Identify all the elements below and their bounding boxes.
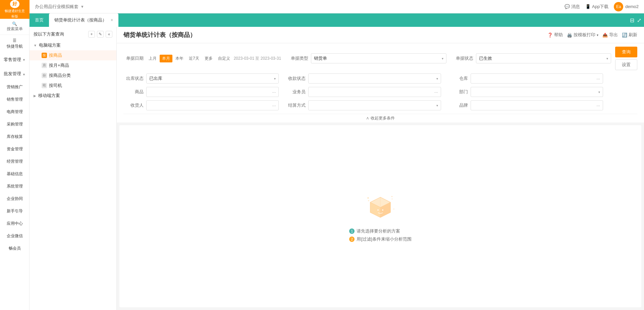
date-btn-custom[interactable]: 自定义 [216,55,232,62]
settings-btn[interactable]: 设置 [615,59,637,70]
sidebar-item-system[interactable]: 系统管理 [0,180,29,193]
tab-home[interactable]: 首页 [30,13,49,27]
sidebar-item-finance[interactable]: 资金管理 [0,143,29,155]
sidebar-item-purchase[interactable]: 采购管理 [0,118,29,131]
quicknav-label: 快捷导航 [7,44,23,49]
svg-point-7 [368,200,369,201]
warehouse-label: 仓库 [448,75,468,82]
retail-arrow: ▼ [22,58,26,62]
receiver-control[interactable]: ··· [146,100,279,110]
user-info[interactable]: Ea demo2 [614,2,639,11]
sidebar-item-newguide[interactable]: 新手引导 [0,205,29,217]
tab-expand-icon[interactable]: ⤢ [637,17,641,23]
left-panel: 按以下方案查询 + ✎ « ▼ 电脑端方案 [30,27,117,310]
tab-sales-stats[interactable]: 销货单统计计表（按商品） × [49,13,118,27]
type-control[interactable]: 销货单 ▾ [311,53,446,63]
sidebar-item-ops[interactable]: 经营管理 [0,155,29,168]
tree-item-driver[interactable]: 司 按司机 [30,81,116,91]
print-btn[interactable]: 🖨️ 按模板打印 ▾ [567,32,598,38]
collapse-icon: « [108,32,110,37]
tab-minimize-icon[interactable]: ⊟ [630,17,634,23]
msg-btn[interactable]: 💬 消息 [565,4,580,10]
payment-control[interactable]: ▾ [308,73,441,84]
receiver-dots: ··· [272,103,276,108]
date-btn-lastmonth[interactable]: 上月 [146,55,159,62]
dept-label: 部门 [448,89,468,95]
staff-control[interactable]: ··· [308,87,441,97]
filter-row-1: 单据日期 上月 本月 本年 近7天 更多 自定义 2023-03-01 至 20… [123,47,637,70]
sidebar-item-corpwx[interactable]: 企业微信 [0,230,29,242]
empty-box-svg: ✦ ✦ [364,191,397,224]
ops-label: 经营管理 [7,159,23,164]
msg-label: 消息 [571,4,580,10]
sidebar-item-retail[interactable]: 零售管理 ▼ [0,53,29,67]
brand-control[interactable]: ··· [471,100,603,110]
print-label: 按模板打印 [574,32,595,38]
tree-section-desktop[interactable]: ▼ 电脑端方案 [30,40,116,50]
sidebar: 好 畅捷通好生意 标版 🔍 搜索菜单 ☰ 快捷导航 零售管理 ▼ 批发管理 ▲ … [0,0,30,310]
dept-control[interactable]: ▾ [471,87,603,97]
tree-icon-by-goods: 按 [42,53,47,58]
out-status-control[interactable]: 已出库 ▾ [146,73,279,84]
header-right: 💬 消息 📱 App下载 Ea demo2 [565,2,639,11]
query-buttons: 查询 设置 [615,47,637,70]
sidebar-item-sales[interactable]: 销售管理 [0,93,29,106]
wholesale-label: 批发管理 [4,71,21,77]
search-menu[interactable]: 🔍 搜索菜单 [0,19,29,35]
sidebar-item-ecommerce[interactable]: 电商管理 [0,106,29,118]
refresh-btn[interactable]: 🔄 刷新 [622,32,637,38]
sidebar-item-marketing[interactable]: 营销推广 [0,81,29,93]
sidebar-item-inventory[interactable]: 库存核算 [0,131,29,143]
date-btn-more[interactable]: 更多 [202,55,215,62]
help-btn[interactable]: ❓ 帮助 [547,32,563,38]
edit-scheme-btn[interactable]: ✎ [97,31,104,38]
empty-state: ✦ ✦ 1 请先选择要分析的方案 2 用[过滤]条件来缩小分析范围 [349,191,411,242]
settlement-control[interactable]: ▾ [308,100,441,110]
tree-label-driver: 按司机 [49,83,62,89]
tree-label-by-goods: 按商品 [49,52,62,58]
export-btn[interactable]: 📤 导出 [602,32,618,38]
tip-text-2: 用[过滤]条件来缩小分析范围 [357,236,411,242]
filter-area: 单据日期 上月 本月 本年 近7天 更多 自定义 2023-03-01 至 20… [117,43,644,122]
print-arrow: ▾ [597,33,598,37]
date-btn-7days[interactable]: 近7天 [186,55,202,62]
tree-item-by-goods[interactable]: 按 按商品 [30,50,116,60]
print-icon: 🖨️ [567,33,572,38]
industry-dropdown-icon[interactable]: ▾ [81,4,84,9]
sidebar-item-base[interactable]: 基础信息 [0,168,29,180]
warehouse-control[interactable]: ··· [471,73,603,84]
collapse-panel-btn[interactable]: « [106,31,112,38]
logo[interactable]: 好 畅捷通好生意 标版 [0,0,30,19]
sidebar-item-vip[interactable]: 畅会员 [0,242,29,255]
staff-dots: ··· [434,90,438,95]
tip-dot-2: 2 [349,237,355,242]
ecommerce-label: 电商管理 [7,109,23,115]
status-value: 已生效 [479,55,492,61]
tree-item-goods-category[interactable]: 分 按商品分类 [30,70,116,81]
sidebar-item-wholesale[interactable]: 批发管理 ▲ [0,67,29,81]
tree-item-month-goods[interactable]: 月 按月+商品 [30,60,116,70]
goods-control[interactable]: ··· [146,87,279,97]
settlement-arrow: ▾ [436,104,438,107]
sidebar-item-quicknav[interactable]: ☰ 快捷导航 [0,35,29,53]
status-control[interactable]: 已生效 ▾ [476,53,611,63]
app-download-btn[interactable]: 📱 App下载 [585,4,608,10]
corpwx-label: 企业微信 [7,233,23,239]
collapse-btn[interactable]: ∧ 收起更多条件 [123,114,637,122]
inventory-label: 库存核算 [7,134,23,140]
sidebar-item-appcenter[interactable]: 应用中心 [0,217,29,230]
sidebar-item-enterprise[interactable]: 企业协同 [0,193,29,205]
add-scheme-btn[interactable]: + [88,31,95,38]
date-btn-thisyear[interactable]: 本年 [173,55,186,62]
filter-field-payment: 收款状态 ▾ [285,73,441,84]
filter-field-date: 单据日期 上月 本月 本年 近7天 更多 自定义 2023-03-01 至 20… [123,55,281,62]
vip-label: 畅会员 [9,246,21,251]
tab-close-icon[interactable]: × [111,18,113,22]
date-btn-thismonth[interactable]: 本月 [160,55,172,62]
tree-section-mobile[interactable]: ▶ 移动端方案 [30,91,116,101]
filter-field-receiver: 收货人 ··· [123,100,279,110]
settlement-label: 结算方式 [285,102,306,108]
query-btn[interactable]: 查询 [615,47,637,57]
goods-dots: ··· [272,90,276,95]
marketing-label: 营销推广 [7,84,23,90]
